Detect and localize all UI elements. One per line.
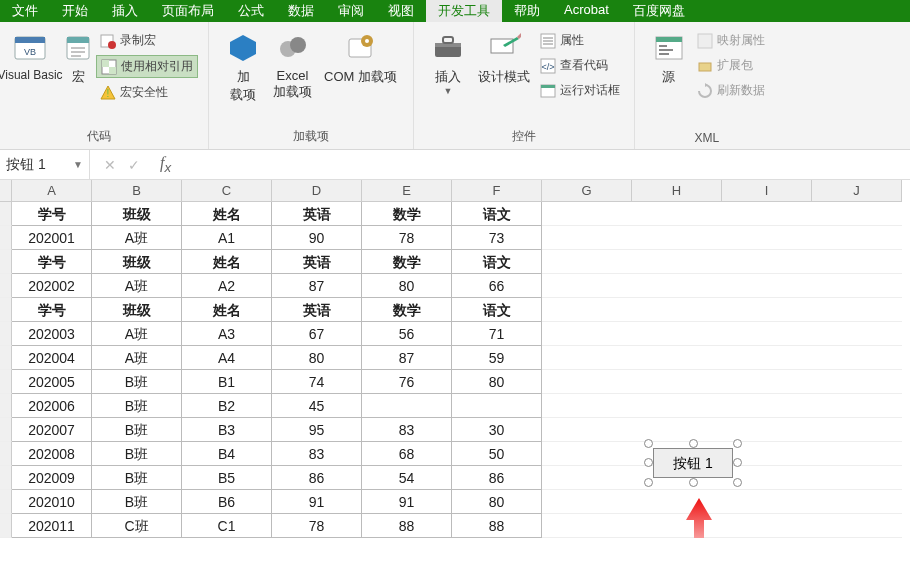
cell[interactable]: 66 [452, 274, 542, 298]
expand-button[interactable]: 扩展包 [693, 55, 769, 76]
cell[interactable]: B1 [182, 370, 272, 394]
cell[interactable]: 80 [452, 370, 542, 394]
cell[interactable] [542, 346, 632, 370]
cell[interactable]: B班 [92, 394, 182, 418]
cell[interactable]: 202002 [12, 274, 92, 298]
cell[interactable]: 202010 [12, 490, 92, 514]
cell[interactable]: A班 [92, 346, 182, 370]
macro-security-button[interactable]: ! 宏安全性 [96, 82, 198, 103]
cell[interactable]: 68 [362, 442, 452, 466]
cell[interactable]: 80 [362, 274, 452, 298]
cell[interactable]: 83 [272, 442, 362, 466]
cancel-icon[interactable]: ✕ [104, 157, 116, 173]
addin-button[interactable]: 加 载项 [219, 26, 267, 108]
column-header-J[interactable]: J [812, 180, 902, 202]
column-header-D[interactable]: D [272, 180, 362, 202]
insert-control-button[interactable]: 插入 ▼ [424, 26, 472, 100]
resize-handle[interactable] [733, 439, 742, 448]
cell[interactable] [632, 298, 722, 322]
cell[interactable] [542, 250, 632, 274]
cell[interactable] [632, 418, 722, 442]
cell[interactable]: 班级 [92, 202, 182, 226]
refresh-button[interactable]: 刷新数据 [693, 80, 769, 101]
cell[interactable]: 202003 [12, 322, 92, 346]
cell[interactable] [812, 490, 902, 514]
cell[interactable]: 202008 [12, 442, 92, 466]
cell[interactable] [722, 322, 812, 346]
source-button[interactable]: 源 [645, 26, 693, 90]
cell[interactable] [542, 370, 632, 394]
cell[interactable]: B5 [182, 466, 272, 490]
cell[interactable]: A2 [182, 274, 272, 298]
cell[interactable] [722, 346, 812, 370]
cell[interactable]: 45 [272, 394, 362, 418]
cell[interactable] [812, 226, 902, 250]
cell[interactable]: A3 [182, 322, 272, 346]
cell[interactable] [632, 202, 722, 226]
cell[interactable] [632, 370, 722, 394]
record-macro-button[interactable]: 录制宏 [96, 30, 198, 51]
cell[interactable]: 67 [272, 322, 362, 346]
cell[interactable]: 87 [272, 274, 362, 298]
cell[interactable]: 78 [362, 226, 452, 250]
tab-插入[interactable]: 插入 [100, 0, 150, 22]
cell[interactable]: 班级 [92, 298, 182, 322]
cell[interactable] [632, 274, 722, 298]
cell[interactable]: 202007 [12, 418, 92, 442]
cell[interactable]: A班 [92, 322, 182, 346]
tab-公式[interactable]: 公式 [226, 0, 276, 22]
tab-页面布局[interactable]: 页面布局 [150, 0, 226, 22]
tab-文件[interactable]: 文件 [0, 0, 50, 22]
cell[interactable] [542, 442, 632, 466]
cell[interactable]: B2 [182, 394, 272, 418]
cell[interactable]: 数学 [362, 250, 452, 274]
cell[interactable]: A班 [92, 226, 182, 250]
cell[interactable]: 74 [272, 370, 362, 394]
cell[interactable]: 91 [272, 490, 362, 514]
cell[interactable] [722, 514, 812, 538]
cell[interactable]: 学号 [12, 298, 92, 322]
cell[interactable] [542, 466, 632, 490]
cell[interactable] [812, 514, 902, 538]
cell[interactable]: 姓名 [182, 250, 272, 274]
cell[interactable]: C1 [182, 514, 272, 538]
cell[interactable]: 90 [272, 226, 362, 250]
cell[interactable] [452, 394, 542, 418]
visual-basic-button[interactable]: VB Visual Basic [0, 26, 60, 86]
cell[interactable]: 88 [362, 514, 452, 538]
cell[interactable]: 95 [272, 418, 362, 442]
column-header-B[interactable]: B [92, 180, 182, 202]
chevron-down-icon[interactable]: ▼ [73, 159, 83, 170]
cell[interactable] [812, 274, 902, 298]
form-button-shape[interactable]: 按钮 1 [645, 440, 741, 486]
cell[interactable] [812, 322, 902, 346]
cell[interactable]: 数学 [362, 202, 452, 226]
cell[interactable] [812, 394, 902, 418]
cell[interactable] [542, 394, 632, 418]
cell[interactable] [722, 250, 812, 274]
column-header-C[interactable]: C [182, 180, 272, 202]
column-header-G[interactable]: G [542, 180, 632, 202]
cell[interactable]: 姓名 [182, 298, 272, 322]
view-code-button[interactable]: </> 查看代码 [536, 55, 624, 76]
cell[interactable]: B班 [92, 490, 182, 514]
cell[interactable]: 86 [272, 466, 362, 490]
cell[interactable]: C班 [92, 514, 182, 538]
cell[interactable] [542, 202, 632, 226]
cell[interactable]: 班级 [92, 250, 182, 274]
resize-handle[interactable] [689, 478, 698, 487]
cell[interactable]: 英语 [272, 250, 362, 274]
tab-百度网盘[interactable]: 百度网盘 [621, 0, 697, 22]
cell[interactable]: 202011 [12, 514, 92, 538]
cell[interactable] [362, 394, 452, 418]
cell[interactable] [722, 370, 812, 394]
cell[interactable] [542, 490, 632, 514]
cell[interactable] [722, 298, 812, 322]
tab-开始[interactable]: 开始 [50, 0, 100, 22]
resize-handle[interactable] [689, 439, 698, 448]
cell[interactable]: B班 [92, 466, 182, 490]
cell[interactable] [632, 250, 722, 274]
cell[interactable]: B班 [92, 442, 182, 466]
cell[interactable] [542, 418, 632, 442]
cell[interactable]: A班 [92, 274, 182, 298]
